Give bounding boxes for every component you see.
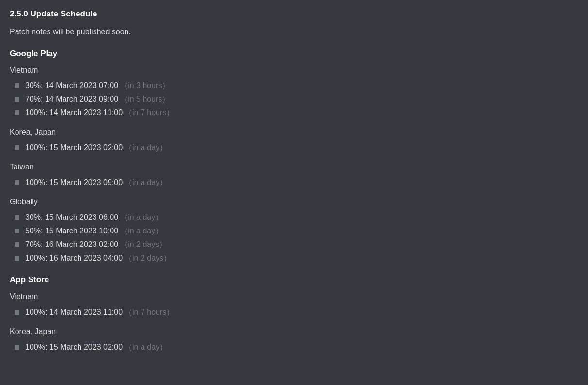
schedule-text: 100%: 14 March 2023 11:00（in 7 hours） [25, 307, 174, 318]
time-hint: （in 7 hours） [125, 308, 174, 316]
time-hint: （in a day） [120, 227, 163, 235]
platforms-container: Google PlayVietnam30%: 14 March 2023 07:… [10, 47, 578, 353]
schedule-text: 30%: 14 March 2023 07:00（in 3 hours） [25, 80, 170, 92]
schedule-text: 100%: 16 March 2023 04:00（in 2 days） [25, 252, 171, 264]
region-title-1-1: Korea, Japan [10, 326, 578, 338]
bullet-icon [15, 110, 19, 115]
region-0-1: Korea, Japan100%: 15 March 2023 02:00（in… [10, 126, 578, 154]
page-title: 2.5.0 Update Schedule [10, 8, 578, 20]
bullet-icon [15, 145, 19, 150]
region-0-2: Taiwan100%: 15 March 2023 09:00（in a day… [10, 161, 578, 188]
list-item: 50%: 15 March 2023 10:00（in a day） [15, 225, 578, 237]
region-title-0-2: Taiwan [10, 161, 578, 173]
platform-title-1: App Store [10, 274, 578, 286]
schedule-text: 30%: 15 March 2023 06:00（in a day） [25, 212, 163, 223]
region-0-0: Vietnam30%: 14 March 2023 07:00（in 3 hou… [10, 64, 578, 119]
list-item: 30%: 14 March 2023 07:00（in 3 hours） [15, 80, 578, 92]
region-title-0-1: Korea, Japan [10, 126, 578, 138]
patch-note: Patch notes will be published soon. [10, 26, 578, 38]
time-hint: （in a day） [125, 343, 167, 351]
list-item: 30%: 15 March 2023 06:00（in a day） [15, 212, 578, 223]
platform-title-0: Google Play [10, 47, 578, 60]
schedule-list-0-0: 30%: 14 March 2023 07:00（in 3 hours）70%:… [10, 80, 578, 119]
schedule-text: 70%: 16 March 2023 02:00（in 2 days） [25, 239, 167, 250]
bullet-icon [15, 83, 19, 88]
list-item: 100%: 15 March 2023 02:00（in a day） [15, 142, 578, 154]
bullet-icon [15, 97, 19, 102]
bullet-icon [15, 229, 19, 233]
schedule-text: 100%: 14 March 2023 11:00（in 7 hours） [25, 107, 174, 119]
region-1-1: Korea, Japan100%: 15 March 2023 02:00（in… [10, 326, 578, 353]
list-item: 100%: 14 March 2023 11:00（in 7 hours） [15, 307, 578, 318]
platform-1: App StoreVietnam100%: 14 March 2023 11:0… [10, 274, 578, 353]
time-hint: （in 5 hours） [120, 95, 170, 103]
schedule-text: 100%: 15 March 2023 02:00（in a day） [25, 341, 167, 353]
schedule-text: 100%: 15 March 2023 09:00（in a day） [25, 177, 167, 188]
schedule-text: 50%: 15 March 2023 10:00（in a day） [25, 225, 163, 237]
platform-0: Google PlayVietnam30%: 14 March 2023 07:… [10, 47, 578, 264]
bullet-icon [15, 345, 19, 350]
time-hint: （in a day） [125, 178, 167, 186]
schedule-list-0-2: 100%: 15 March 2023 09:00（in a day） [10, 177, 578, 188]
bullet-icon [15, 310, 19, 315]
list-item: 100%: 15 March 2023 09:00（in a day） [15, 177, 578, 188]
page-container: 2.5.0 Update Schedule Patch notes will b… [10, 8, 578, 353]
region-0-3: Globally30%: 15 March 2023 06:00（in a da… [10, 196, 578, 264]
list-item: 100%: 14 March 2023 11:00（in 7 hours） [15, 107, 578, 119]
list-item: 70%: 14 March 2023 09:00（in 5 hours） [15, 93, 578, 105]
bullet-icon [15, 180, 19, 185]
schedule-text: 100%: 15 March 2023 02:00（in a day） [25, 142, 167, 154]
schedule-list-0-3: 30%: 15 March 2023 06:00（in a day）50%: 1… [10, 212, 578, 264]
bullet-icon [15, 242, 19, 247]
region-title-1-0: Vietnam [10, 291, 578, 303]
schedule-list-0-1: 100%: 15 March 2023 02:00（in a day） [10, 142, 578, 154]
time-hint: （in 7 hours） [125, 108, 174, 117]
list-item: 100%: 15 March 2023 02:00（in a day） [15, 341, 578, 353]
time-hint: （in a day） [120, 213, 163, 221]
list-item: 70%: 16 March 2023 02:00（in 2 days） [15, 239, 578, 250]
schedule-list-1-0: 100%: 14 March 2023 11:00（in 7 hours） [10, 307, 578, 318]
region-title-0-0: Vietnam [10, 64, 578, 76]
list-item: 100%: 16 March 2023 04:00（in 2 days） [15, 252, 578, 264]
time-hint: （in 2 days） [120, 240, 167, 248]
schedule-text: 70%: 14 March 2023 09:00（in 5 hours） [25, 93, 170, 105]
time-hint: （in 3 hours） [120, 81, 170, 90]
time-hint: （in 2 days） [125, 254, 171, 262]
region-1-0: Vietnam100%: 14 March 2023 11:00（in 7 ho… [10, 291, 578, 318]
time-hint: （in a day） [125, 143, 167, 152]
schedule-list-1-1: 100%: 15 March 2023 02:00（in a day） [10, 341, 578, 353]
bullet-icon [15, 256, 19, 261]
region-title-0-3: Globally [10, 196, 578, 208]
bullet-icon [15, 215, 19, 220]
